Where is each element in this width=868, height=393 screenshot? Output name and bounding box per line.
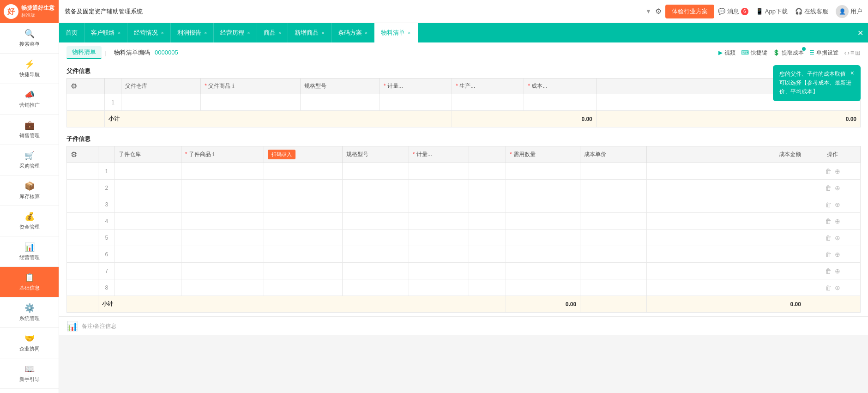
sidebar-item-system[interactable]: ⚙️ 系统管理 — [0, 297, 59, 328]
video-icon: ▶ — [718, 49, 723, 56]
tooltip-close-button[interactable]: × — [850, 70, 854, 76]
close-profit-tab[interactable]: × — [204, 30, 207, 36]
parent-subtotal-label: 小计 — [105, 111, 452, 127]
user-menu-button[interactable]: 👤 用户 — [836, 5, 862, 18]
parent-subtotal-row: 小计 0.00 0.00 — [67, 111, 861, 127]
handshake-icon: 🤝 — [24, 333, 35, 344]
delete-row5-button[interactable]: 🗑 — [825, 234, 832, 242]
close-customers-tab[interactable]: × — [118, 30, 121, 36]
delete-row1-button[interactable]: 🗑 — [825, 168, 832, 175]
sub-tab-bom-code[interactable]: 物料清单编码 0000005 — [108, 47, 183, 59]
child-r1-spec[interactable] — [343, 163, 409, 180]
experience-button[interactable]: 体验行业方案 — [665, 5, 714, 18]
copy-row2-button[interactable]: ⊕ — [835, 184, 840, 192]
dropdown-arrow-icon: ▼ — [645, 8, 651, 15]
sidebar-item-operation[interactable]: 📊 经营管理 — [0, 236, 59, 267]
child-r1-unit[interactable] — [409, 163, 469, 180]
delete-row6-button[interactable]: 🗑 — [825, 251, 832, 258]
sidebar-item-sales[interactable]: 💼 销售管理 — [0, 115, 59, 145]
message-button[interactable]: 💬 消息 6 — [718, 7, 748, 16]
sidebar-item-guide[interactable]: 📖 新手引导 — [0, 358, 59, 389]
copy-row5-button[interactable]: ⊕ — [835, 234, 840, 242]
child-row-5: 5 — [67, 230, 861, 246]
copy-row7-button[interactable]: ⊕ — [835, 267, 840, 275]
tab-bom[interactable]: 物料清单 × — [374, 23, 417, 42]
tab-profit[interactable]: 利润报告 × — [171, 23, 214, 42]
parent-row1-warehouse[interactable] — [121, 94, 201, 111]
copy-row4-button[interactable]: ⊕ — [835, 218, 840, 225]
copy-row3-button[interactable]: ⊕ — [835, 201, 840, 208]
copy-row6-button[interactable]: ⊕ — [835, 251, 840, 258]
sidebar-item-inventory[interactable]: 📦 库存核算 — [0, 175, 59, 206]
sidebar-item-quick-nav[interactable]: ⚡ 快捷导航 — [0, 54, 59, 84]
toolbar: ▶ 视频 ⌨ 快捷键 💲 提取成本 — [718, 49, 861, 57]
scan-button[interactable]: 扫码录入 — [268, 150, 295, 159]
parent-row-1: 1 — [67, 94, 861, 111]
child-r1-spacer — [469, 163, 506, 180]
extract-cost-button[interactable]: 💲 提取成本 — [773, 49, 804, 57]
close-all-tabs[interactable]: ✕ — [853, 23, 868, 42]
tab-products[interactable]: 商品 × — [257, 23, 288, 42]
bottom-area: 📊 备注/备注信息 — [59, 316, 868, 335]
close-bom-tab[interactable]: × — [408, 30, 410, 36]
parent-row1-production[interactable] — [452, 94, 524, 111]
parent-section: 父件信息 ⚙ 父件仓库 * 父件商品 ℹ 规格型号 * 计量... * 生产..… — [59, 63, 868, 131]
sub-tabs: 物料清单 | 物料清单编码 0000005 ▶ 视频 ⌨ — [59, 42, 868, 63]
doc-settings-button[interactable]: ☰ 单据设置 — [809, 49, 838, 57]
grid-icon[interactable]: ⊞ — [855, 49, 861, 56]
parent-col-unit: * 计量... — [380, 79, 452, 94]
box-icon: 📦 — [24, 181, 35, 191]
tab-customers[interactable]: 客户联络 × — [84, 23, 127, 42]
view-video-button[interactable]: ▶ 视频 — [718, 49, 735, 57]
delete-row8-button[interactable]: 🗑 — [825, 284, 832, 291]
delete-row2-button[interactable]: 🗑 — [825, 184, 832, 192]
tab-history[interactable]: 经营历程 × — [214, 23, 257, 42]
child-col-product: * 子件商品 ℹ — [181, 146, 264, 163]
copy-row8-button[interactable]: ⊕ — [835, 284, 840, 291]
shortcut-button[interactable]: ⌨ 快捷键 — [741, 49, 767, 57]
sidebar-item-purchase[interactable]: 🛒 采购管理 — [0, 145, 59, 175]
parent-subtotal-cost-value: 0.00 — [452, 111, 597, 127]
close-barcode-tab[interactable]: × — [365, 30, 368, 36]
parent-row1-unit[interactable] — [380, 94, 452, 111]
sub-tab-bom-list[interactable]: 物料清单 — [66, 46, 102, 59]
bottom-icon: 📊 — [66, 320, 78, 332]
parent-row1-spec[interactable] — [300, 94, 380, 111]
child-r1-product[interactable] — [181, 163, 264, 180]
delete-row7-button[interactable]: 🗑 — [825, 267, 832, 275]
user-avatar: 👤 — [836, 5, 849, 18]
app-download-button[interactable]: 📱 App下载 — [756, 7, 788, 16]
sidebar-item-basic[interactable]: 📋 基础信息 — [0, 267, 59, 297]
child-r1-unit-cost[interactable] — [580, 163, 646, 180]
gear-icon: ⚙️ — [24, 303, 35, 313]
tab-barcode[interactable]: 条码方案 × — [332, 23, 374, 42]
sidebar-item-marketing[interactable]: 📣 营销推广 — [0, 84, 59, 115]
close-operation-tab[interactable]: × — [161, 30, 163, 36]
child-row-6: 6 — [67, 246, 861, 263]
close-products-tab[interactable]: × — [278, 30, 281, 36]
child-r1-qty[interactable] — [506, 163, 580, 180]
sidebar-item-search[interactable]: 🔍 搜索菜单 — [0, 23, 59, 54]
delete-row4-button[interactable]: 🗑 — [825, 218, 832, 225]
parent-row1-product[interactable] — [201, 94, 300, 111]
delete-row3-button[interactable]: 🗑 — [825, 201, 832, 208]
tab-home[interactable]: 首页 — [59, 23, 84, 42]
close-history-tab[interactable]: × — [247, 30, 250, 36]
next-arrow[interactable]: › — [847, 49, 850, 56]
sidebar-item-collab[interactable]: 🤝 企业协同 — [0, 328, 59, 358]
tab-new-product[interactable]: 新增商品 × — [288, 23, 331, 42]
expand-icon[interactable]: ≡ — [850, 49, 854, 56]
parent-row1-cost[interactable] — [524, 94, 596, 111]
child-r1-warehouse[interactable] — [115, 163, 181, 180]
tab-operation-status[interactable]: 经营情况 × — [127, 23, 170, 42]
settings-icon[interactable]: ⚙ — [655, 7, 662, 16]
child-col-settings[interactable]: ⚙ — [67, 146, 98, 163]
copy-row1-button[interactable]: ⊕ — [835, 168, 840, 175]
close-new-product-tab[interactable]: × — [321, 30, 324, 36]
child-row-4: 4 — [67, 213, 861, 230]
parent-col-settings[interactable]: ⚙ — [67, 79, 105, 94]
sidebar-item-finance[interactable]: 💰 资金管理 — [0, 206, 59, 236]
parent-col-num — [105, 79, 121, 94]
online-service-button[interactable]: 🎧 在线客服 — [795, 7, 828, 16]
prev-arrow[interactable]: ‹ — [844, 49, 846, 56]
